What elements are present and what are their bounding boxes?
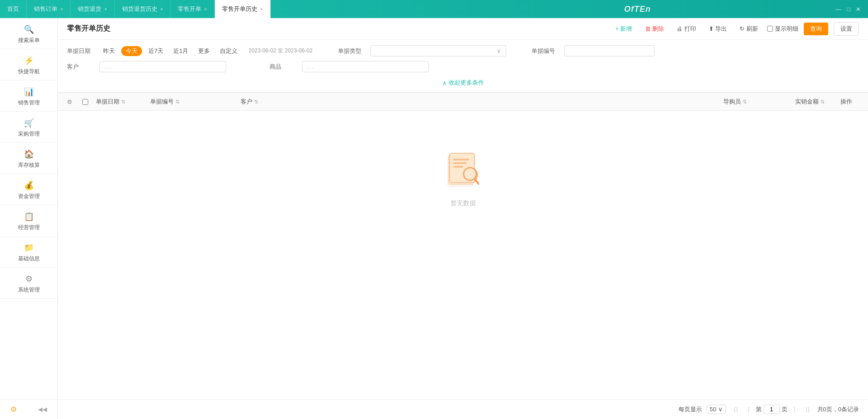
collapse-label: 收起更多条件 [449, 79, 484, 87]
tab-销货退货[interactable]: 销货退货× [71, 0, 114, 18]
tab-销货退货历史[interactable]: 销货退货历史× [115, 0, 171, 18]
print-button[interactable]: 🖨 打印 [673, 23, 700, 35]
goods-input[interactable]: ... [302, 61, 429, 72]
tab-close-icon[interactable]: × [60, 6, 63, 12]
tab-零售开单历史[interactable]: 零售开单历史× [215, 0, 270, 18]
doc-type-arrow: ∨ [497, 47, 501, 54]
filter-row-2: 客户 ... 商品 ... [67, 61, 859, 72]
page-label-prefix: 第 [756, 405, 762, 414]
sidebar-icon-3: 🛒 [24, 118, 34, 128]
collapse-icon: ∧ [442, 80, 447, 86]
doc-type-select[interactable]: ∨ [370, 45, 506, 56]
pagination-bar: 每页显示 50 ∨ ⟨⟨ ⟨ 第 页 ⟩ ⟩⟩ 共0页，0条记录 [58, 399, 868, 419]
sidebar-item-2[interactable]: 📊销售管理 [0, 80, 57, 112]
column-settings-icon[interactable]: ⚙ [62, 99, 78, 105]
current-page-input[interactable] [764, 405, 780, 414]
add-button[interactable]: + 新增 [612, 23, 636, 35]
sidebar-label-5: 资金管理 [18, 193, 40, 200]
minimize-btn[interactable]: — [835, 6, 841, 13]
sidebar-label-8: 系统管理 [18, 286, 40, 294]
first-page-btn[interactable]: ⟨⟨ [730, 404, 741, 415]
close-btn[interactable]: ✕ [856, 6, 861, 13]
doc-no-input[interactable] [564, 45, 655, 56]
sidebar-label-0: 搜索采单 [18, 37, 40, 44]
settings-button[interactable]: 设置 [834, 22, 859, 36]
th-guide[interactable]: 导购员 ⇅ [720, 98, 774, 106]
sidebar-item-4[interactable]: 🏠库存核算 [0, 143, 57, 174]
th-customer[interactable]: 客户 ⇅ [237, 98, 720, 106]
display-cols-input[interactable] [767, 26, 773, 32]
tab-销售订单[interactable]: 销售订单× [27, 0, 71, 18]
tab-label: 销售订单 [34, 5, 57, 13]
date-today[interactable]: 今天 [121, 46, 142, 56]
th-docno-label: 单据编号 [150, 98, 174, 106]
sidebar-item-0[interactable]: 🔍搜索采单 [0, 18, 57, 49]
date-custom[interactable]: 自定义 [216, 46, 241, 56]
last-page-btn[interactable]: ⟩⟩ [802, 404, 813, 415]
delete-button[interactable]: 🗑 删除 [641, 23, 668, 35]
sidebar-icon-0: 🔍 [24, 24, 34, 34]
customer-label: 客户 [67, 63, 92, 71]
sidebar-item-5[interactable]: 💰资金管理 [0, 174, 57, 205]
brand-logo: OfTEn [624, 5, 651, 14]
doc-type-label: 单据类型 [338, 47, 363, 55]
sidebar-label-4: 库存核算 [18, 161, 40, 169]
refresh-button[interactable]: ↻ 刷新 [736, 23, 762, 35]
table-header: ⚙ 单据日期 ⇅ 单据编号 ⇅ 客户 ⇅ 导购员 ⇅ [58, 93, 868, 111]
per-page-label: 每页显示 [678, 405, 702, 414]
sidebar-item-1[interactable]: ⚡快捷导航 [0, 49, 57, 80]
th-customer-label: 客户 [241, 98, 252, 106]
tab-close-icon[interactable]: × [260, 6, 263, 12]
main-layout: 🔍搜索采单⚡快捷导航📊销售管理🛒采购管理🏠库存核算💰资金管理📋经营管理📁基础信息… [0, 18, 868, 419]
prev-page-btn[interactable]: ⟨ [743, 404, 754, 415]
settings-icon[interactable]: ⚙ [10, 405, 17, 414]
date-7days[interactable]: 近7天 [145, 46, 167, 56]
next-page-btn[interactable]: ⟩ [789, 404, 800, 415]
tab-close-icon[interactable]: × [204, 6, 207, 12]
sidebar-icon-7: 📁 [24, 243, 34, 253]
tab-label: 销货退货历史 [122, 5, 157, 13]
sidebar-item-3[interactable]: 🛒采购管理 [0, 112, 57, 143]
tab-label: 零售开单 [178, 5, 201, 13]
sidebar-item-8[interactable]: ⚙系统管理 [0, 268, 57, 299]
header-actions: + 新增 🗑 删除 🖨 打印 ⬆ 导出 ↻ 刷新 显示明细 查询 设置 [612, 22, 859, 36]
sidebar-icon-1: ⚡ [24, 56, 34, 66]
th-ops-label: 操作 [840, 98, 852, 106]
svg-rect-13 [453, 166, 463, 168]
date-yesterday[interactable]: 昨天 [100, 46, 119, 56]
tab-close-icon[interactable]: × [104, 6, 107, 12]
date-more[interactable]: 更多 [194, 46, 213, 56]
svg-rect-11 [453, 159, 469, 160]
th-amount-label: 实销金额 [795, 98, 819, 106]
tab-首页[interactable]: 首页 [0, 0, 27, 18]
sidebar-label-2: 销售管理 [18, 99, 40, 107]
per-page-select[interactable]: 50 ∨ [707, 405, 726, 414]
content-area: 零售开单历史 + 新增 🗑 删除 🖨 打印 ⬆ 导出 ↻ 刷新 显示明细 查询 … [58, 18, 868, 419]
query-button[interactable]: 查询 [804, 23, 828, 35]
empty-icon [441, 147, 486, 192]
goods-placeholder: ... [307, 63, 315, 70]
tab-close-icon[interactable]: × [160, 6, 163, 12]
th-amount[interactable]: 实销金额 ⇅ [774, 98, 828, 106]
sidebar-item-6[interactable]: 📋经营管理 [0, 205, 57, 236]
export-button[interactable]: ⬆ 导出 [705, 23, 731, 35]
collapse-icon[interactable]: ◀◀ [38, 406, 47, 413]
maximize-btn[interactable]: □ [847, 6, 850, 13]
select-all-checkbox[interactable] [78, 99, 92, 105]
per-page-value: 50 [710, 406, 716, 413]
select-all-input[interactable] [82, 99, 88, 105]
collapse-filter-btn[interactable]: ∧ 收起更多条件 [67, 77, 859, 89]
top-bar: 首页销售订单×销货退货×销货退货历史×零售开单×零售开单历史× OfTEn — … [0, 0, 868, 18]
table-area: ⚙ 单据日期 ⇅ 单据编号 ⇅ 客户 ⇅ 导购员 ⇅ [58, 93, 868, 399]
sidebar-label-3: 采购管理 [18, 130, 40, 138]
th-guide-label: 导购员 [723, 98, 741, 106]
tab-零售开单[interactable]: 零售开单× [171, 0, 214, 18]
display-cols-checkbox[interactable]: 显示明细 [767, 25, 798, 33]
customer-input[interactable]: ... [100, 61, 226, 72]
th-docno[interactable]: 单据编号 ⇅ [147, 98, 237, 106]
date-1month[interactable]: 近1月 [170, 46, 192, 56]
th-date[interactable]: 单据日期 ⇅ [92, 98, 147, 106]
per-page-arrow: ∨ [718, 406, 723, 413]
sidebar-item-7[interactable]: 📁基础信息 [0, 236, 57, 268]
window-controls: — □ ✕ [828, 6, 868, 13]
